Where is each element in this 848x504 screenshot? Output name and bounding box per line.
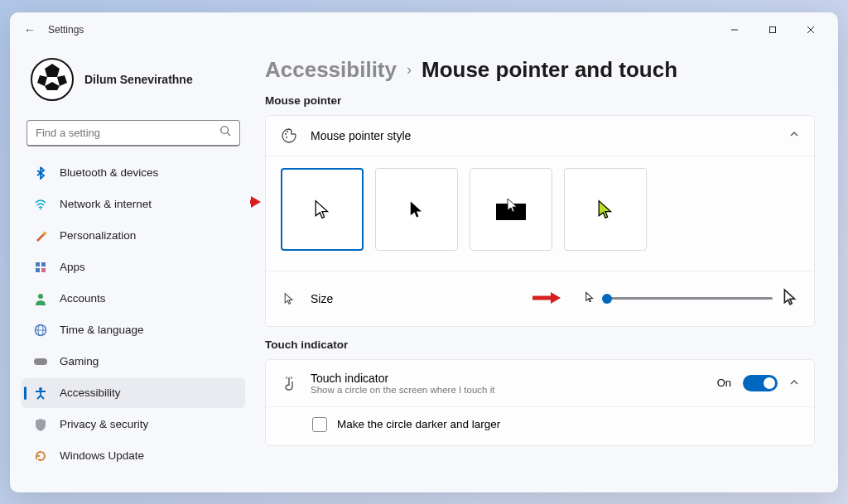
palette-icon [281, 127, 297, 144]
touch-title: Touch indicator [311, 372, 494, 385]
collapse-button[interactable] [789, 129, 799, 142]
shield-icon [33, 417, 48, 432]
page-title: Mouse pointer and touch [422, 57, 677, 83]
sidebar-item-label: Network & internet [60, 198, 152, 210]
svg-rect-17 [34, 358, 47, 365]
brush-icon [33, 228, 48, 243]
svg-rect-1 [770, 26, 776, 32]
avatar [30, 57, 75, 102]
gamepad-icon [33, 354, 48, 369]
svg-point-13 [38, 294, 43, 299]
touch-indicator-panel: Touch indicator Show a circle on the scr… [265, 359, 815, 446]
sidebar-item-label: Time & language [60, 324, 144, 336]
svg-line-6 [228, 133, 231, 137]
back-button[interactable]: ← [18, 18, 41, 41]
sidebar-item-label: Apps [60, 261, 85, 273]
close-button[interactable] [792, 17, 830, 43]
titlebar: ← Settings [10, 12, 838, 47]
maximize-button[interactable] [754, 17, 792, 43]
svg-point-5 [221, 127, 229, 134]
update-icon [33, 449, 48, 463]
sidebar-item-privacy[interactable]: Privacy & security [22, 410, 245, 439]
person-icon [33, 291, 48, 306]
settings-window: ← Settings Dilum [10, 12, 838, 492]
checkbox-label: Make the circle darker and larger [337, 418, 500, 430]
sidebar-item-label: Accessibility [60, 386, 121, 399]
sidebar: Dilum Senevirathne Bluetooth & devices N… [10, 47, 250, 492]
sidebar-item-accounts[interactable]: Accounts [22, 284, 245, 314]
svg-point-21 [286, 137, 287, 138]
toggle-state-label: On [717, 377, 731, 389]
section-label-touch: Touch indicator [265, 338, 815, 351]
main-pane: Accessibility › Mouse pointer and touch … [250, 47, 838, 492]
panel-title: Mouse pointer style [311, 129, 411, 142]
sidebar-item-accessibility[interactable]: Accessibility [22, 378, 245, 408]
annotation-arrow-size [531, 290, 561, 306]
darker-larger-checkbox[interactable] [312, 417, 327, 432]
pointer-style-white[interactable] [281, 168, 364, 251]
sidebar-item-gaming[interactable]: Gaming [22, 347, 245, 377]
content-area: Dilum Senevirathne Bluetooth & devices N… [10, 47, 838, 492]
pointer-style-options [281, 168, 799, 251]
sidebar-item-personalization[interactable]: Personalization [22, 221, 245, 251]
cursor-min-icon [584, 291, 595, 306]
sidebar-item-label: Bluetooth & devices [60, 166, 158, 179]
slider-thumb[interactable] [602, 294, 612, 304]
globe-icon [33, 323, 48, 338]
chevron-right-icon: › [407, 61, 412, 79]
sidebar-item-network[interactable]: Network & internet [22, 190, 245, 219]
size-slider[interactable] [604, 297, 773, 300]
profile-block[interactable]: Dilum Senevirathne [22, 52, 245, 112]
section-label-mouse-pointer: Mouse pointer [265, 94, 815, 107]
breadcrumb-parent[interactable]: Accessibility [265, 57, 397, 83]
minimize-button[interactable] [716, 17, 754, 43]
window-title: Settings [48, 24, 84, 36]
touch-indicator-toggle[interactable] [743, 375, 778, 391]
sidebar-item-label: Accounts [60, 292, 106, 305]
cursor-max-icon [781, 288, 799, 310]
search-icon [219, 125, 231, 140]
sidebar-item-update[interactable]: Windows Update [22, 441, 245, 471]
touch-subtitle: Show a circle on the screen where I touc… [311, 385, 494, 395]
bluetooth-icon [33, 166, 48, 180]
wifi-icon [33, 197, 48, 212]
search-input-wrapper[interactable] [26, 120, 240, 146]
sidebar-item-apps[interactable]: Apps [22, 252, 245, 282]
sidebar-item-label: Gaming [60, 355, 99, 367]
pointer-style-custom-color[interactable] [564, 168, 647, 251]
cursor-small-icon [281, 290, 297, 307]
svg-rect-10 [41, 262, 46, 266]
svg-rect-11 [36, 268, 40, 272]
annotation-arrow-style [250, 194, 261, 210]
sidebar-item-bluetooth-devices[interactable]: Bluetooth & devices [22, 158, 245, 188]
sidebar-item-label: Windows Update [60, 449, 144, 462]
search-input[interactable] [36, 127, 219, 139]
breadcrumb: Accessibility › Mouse pointer and touch [265, 57, 815, 83]
svg-rect-9 [36, 262, 40, 266]
size-label: Size [311, 292, 333, 305]
svg-point-7 [40, 208, 41, 209]
collapse-button[interactable] [789, 376, 799, 391]
sidebar-nav: Bluetooth & devices Network & internet P… [22, 158, 245, 471]
pointer-size-row: Size [266, 271, 814, 326]
sidebar-item-label: Privacy & security [60, 418, 148, 430]
sidebar-item-time-language[interactable]: Time & language [22, 315, 245, 345]
svg-point-20 [287, 131, 288, 132]
username: Dilum Senevirathne [84, 73, 193, 86]
accessibility-icon [33, 386, 48, 401]
svg-point-18 [39, 387, 42, 391]
apps-icon [33, 260, 48, 275]
pointer-style-black[interactable] [375, 168, 458, 251]
touch-icon [281, 375, 297, 391]
sidebar-item-label: Personalization [60, 229, 136, 242]
svg-rect-12 [41, 268, 46, 272]
pointer-style-inverted[interactable] [470, 168, 552, 251]
svg-point-19 [285, 133, 287, 135]
mouse-pointer-style-panel: Mouse pointer style [265, 115, 815, 327]
